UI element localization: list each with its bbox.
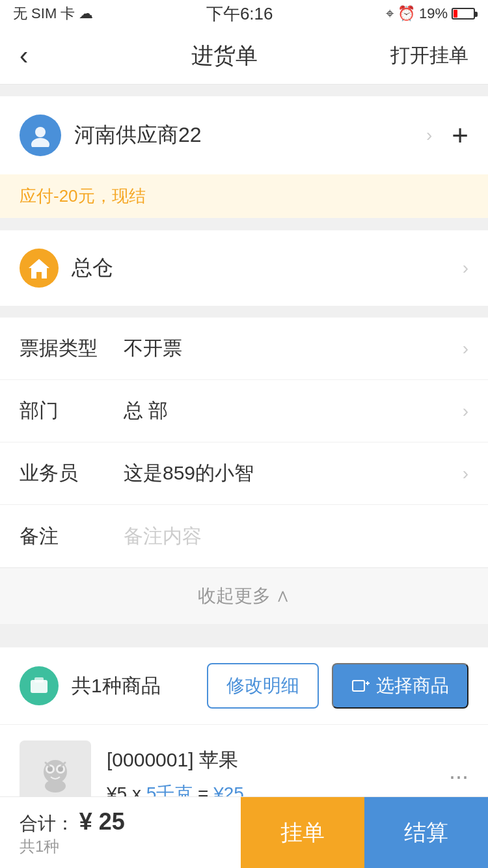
salesperson-value: 这是859的小智 [111,460,463,487]
total-label: 合计： [20,813,74,834]
department-value: 总 部 [111,398,463,424]
sim-status: 无 SIM 卡 ☁ [13,4,93,23]
remark-label: 备注 [20,523,111,550]
salesperson-chevron-icon: › [463,463,468,484]
product-cart-icon [20,666,59,705]
warehouse-name: 总仓 [72,254,463,282]
supplier-avatar [20,115,61,156]
product-more-button[interactable]: ··· [449,763,468,790]
supplier-name: 河南供应商22 [74,121,426,150]
total-amount: ¥ 25 [79,808,125,835]
total-count: 共1种 [20,836,221,857]
salesperson-label: 业务员 [20,460,111,487]
supplier-chevron-icon: › [426,125,432,146]
product-count-label: 共1种商品 [72,673,194,699]
supplier-row[interactable]: 河南供应商22 › + [0,96,488,174]
department-chevron-icon: › [463,401,468,422]
notice-bar: 应付-20元，现结 [0,174,488,218]
svg-rect-4 [353,681,364,691]
warehouse-chevron-icon: › [463,258,468,278]
product-title: [0000001] 苹果 [107,747,433,774]
warehouse-icon [20,249,59,288]
battery-percent: 19% [419,5,448,22]
ticket-type-label: 票据类型 [20,335,111,362]
svg-point-0 [35,127,46,137]
ticket-type-value: 不开票 [111,335,463,362]
separator-3 [0,624,488,636]
svg-point-11 [58,766,63,772]
supplier-section: 河南供应商22 › + 应付-20元，现结 [0,96,488,218]
svg-point-1 [31,138,49,147]
owl-logo [33,753,78,799]
cart-icon [28,675,50,697]
page-title: 进货单 [191,41,258,71]
hang-order-button[interactable]: 挂单 [241,797,364,868]
separator-2 [0,218,488,230]
separator-1 [0,85,488,96]
alarm-icon: ⏰ [398,5,415,22]
svg-point-12 [45,780,66,793]
product-header: 共1种商品 修改明细 选择商品 [0,647,488,724]
nav-bar: ‹ 进货单 打开挂单 [0,27,488,85]
remark-input[interactable]: 备注内容 [111,523,468,550]
warehouse-row[interactable]: 总仓 › [0,230,488,306]
select-product-button[interactable]: 选择商品 [332,663,468,709]
select-product-icon [351,677,370,695]
remark-row[interactable]: 备注 备注内容 [0,505,488,567]
ticket-type-row[interactable]: 票据类型 不开票 › [0,318,488,380]
warehouse-section: 总仓 › [0,230,488,306]
status-right: ⌖ ⏰ 19% [386,5,475,22]
department-row[interactable]: 部门 总 部 › [0,380,488,442]
product-id: [0000001] [107,749,193,770]
checkout-button[interactable]: 结算 [364,797,488,868]
collapse-toggle[interactable]: 收起更多 ∧ [0,567,488,624]
open-hang-button[interactable]: 打开挂单 [390,42,468,69]
add-supplier-button[interactable]: + [452,119,468,152]
select-product-label: 选择商品 [376,673,449,698]
back-button[interactable]: ‹ [20,41,59,70]
bottom-bar: 合计： ¥ 25 共1种 挂单 结算 [0,796,488,868]
status-left: 无 SIM 卡 ☁ [13,4,93,23]
person-icon [29,124,52,147]
total-line1: 合计： ¥ 25 [20,808,221,836]
department-label: 部门 [20,398,111,424]
home-icon [27,256,51,280]
form-section: 票据类型 不开票 › 部门 总 部 › 业务员 这是859的小智 › 备注 备注… [0,318,488,567]
total-section: 合计： ¥ 25 共1种 [0,797,241,868]
status-time: 下午6:16 [206,3,273,25]
status-bar: 无 SIM 卡 ☁ 下午6:16 ⌖ ⏰ 19% [0,0,488,27]
svg-point-10 [47,766,53,772]
location-icon: ⌖ [386,5,394,22]
salesperson-row[interactable]: 业务员 这是859的小智 › [0,442,488,505]
svg-rect-3 [34,677,44,683]
product-name: 苹果 [199,749,238,770]
battery-icon [452,8,475,20]
modify-detail-button[interactable]: 修改明细 [207,663,319,709]
ticket-type-chevron-icon: › [463,338,468,359]
